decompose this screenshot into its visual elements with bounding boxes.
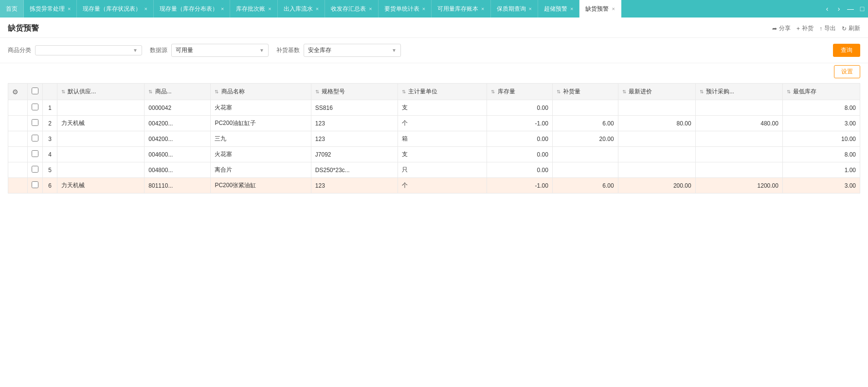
close-icon[interactable]: × xyxy=(268,6,271,12)
table-row: 5 004800... 离合片 DS250*23c... 只 0.00 1.00 xyxy=(8,162,860,178)
replenish-base-value: 安全库存 xyxy=(308,46,388,54)
replenish-button[interactable]: + 补货 xyxy=(796,24,814,33)
tab-batch-account[interactable]: 库存批次账 × xyxy=(230,0,277,18)
row-latest-price xyxy=(618,162,695,178)
row-product-code: 801110... xyxy=(145,178,211,194)
close-icon[interactable]: × xyxy=(68,6,71,12)
setting-button[interactable]: 设置 xyxy=(834,65,860,78)
row-product-code: 004200... xyxy=(145,116,211,131)
query-button[interactable]: 查询 xyxy=(833,44,860,57)
row-unit: 个 xyxy=(398,178,487,194)
col-product-name[interactable]: ⇅ 商品名称 xyxy=(211,84,311,100)
row-product-code: 0000042 xyxy=(145,100,211,116)
row-checkbox[interactable] xyxy=(32,135,38,141)
col-product-code[interactable]: ⇅ 商品... xyxy=(145,84,211,100)
close-icon[interactable]: × xyxy=(144,6,147,12)
col-default-supplier[interactable]: ⇅ 默认供应... xyxy=(57,84,145,100)
col-latest-price[interactable]: ⇅ 最新进价 xyxy=(618,84,695,100)
col-settings[interactable]: ⚙ xyxy=(8,84,28,100)
row-min-stock: 3.00 xyxy=(782,116,860,131)
maximize-button[interactable]: □ xyxy=(856,5,868,13)
tab-expiry-query[interactable]: 保质期查询 × xyxy=(491,0,538,18)
close-icon[interactable]: × xyxy=(570,6,573,12)
col-replenish-qty[interactable]: ⇅ 补货量 xyxy=(552,84,618,100)
tab-label: 拣货异常处理 xyxy=(30,5,65,13)
close-icon[interactable]: × xyxy=(529,6,532,12)
row-checkbox[interactable] xyxy=(32,104,38,110)
row-supplier xyxy=(57,162,145,178)
refresh-button[interactable]: ↻ 刷新 xyxy=(842,24,860,33)
data-source-select[interactable]: 可用量 ▼ xyxy=(171,44,269,57)
sort-icon: ⇅ xyxy=(402,89,406,94)
row-supplier xyxy=(57,131,145,147)
row-unit: 支 xyxy=(398,147,487,162)
row-checkbox-cell xyxy=(28,131,43,147)
row-checkbox[interactable] xyxy=(32,166,38,173)
row-replenish-qty: 6.00 xyxy=(552,116,618,131)
row-product-name: 火花塞 xyxy=(211,100,311,116)
tab-inout-flow[interactable]: 出入库流水 × xyxy=(278,0,325,18)
row-stock: 0.00 xyxy=(487,100,553,116)
row-checkbox-cell xyxy=(28,116,43,131)
tab-current-stock-dist[interactable]: 现存量（库存分布表） × xyxy=(154,0,230,18)
row-unit: 箱 xyxy=(398,131,487,147)
tab-overstock-warning[interactable]: 超储预警 × xyxy=(538,0,579,18)
close-icon[interactable]: × xyxy=(369,6,372,12)
tab-bar: 首页 拣货异常处理 × 现存量（库存状况表） × 现存量（库存分布表） × 库存… xyxy=(0,0,868,18)
tab-next-button[interactable]: › xyxy=(833,5,845,13)
row-spec: 123 xyxy=(311,116,398,131)
row-index: 5 xyxy=(43,162,57,178)
row-est-purchase xyxy=(695,162,782,178)
row-settings xyxy=(8,162,28,178)
data-table: ⚙ ⇅ 默认供应... ⇅ 商品... ⇅ xyxy=(8,83,860,194)
close-icon[interactable]: × xyxy=(612,6,615,12)
tab-picking-exception[interactable]: 拣货异常处理 × xyxy=(24,0,77,18)
tab-label: 现存量（库存状况表） xyxy=(83,5,141,13)
row-settings xyxy=(8,147,28,162)
row-replenish-qty xyxy=(552,147,618,162)
row-checkbox[interactable] xyxy=(32,181,38,188)
close-icon[interactable]: × xyxy=(481,6,484,12)
col-min-stock[interactable]: ⇅ 最低库存 xyxy=(782,84,860,100)
replenish-base-filter: 补货基数 安全库存 ▼ xyxy=(276,44,401,57)
row-replenish-qty: 20.00 xyxy=(552,131,618,147)
tab-available-ledger[interactable]: 可用量库存账本 × xyxy=(432,0,490,18)
row-supplier: 力天机械 xyxy=(57,178,145,194)
col-unit[interactable]: ⇅ 主计量单位 xyxy=(398,84,487,100)
row-product-code: 004200... xyxy=(145,131,211,147)
tab-current-stock-status[interactable]: 现存量（库存状况表） × xyxy=(77,0,153,18)
row-checkbox[interactable] xyxy=(32,150,38,157)
tab-receive-summary[interactable]: 收发存汇总表 × xyxy=(325,0,378,18)
tab-label: 出入库流水 xyxy=(284,5,313,13)
tab-shortage-warning[interactable]: 缺货预警 × xyxy=(579,0,621,18)
row-checkbox[interactable] xyxy=(32,119,38,126)
tab-label: 缺货预警 xyxy=(585,5,609,13)
row-min-stock: 3.00 xyxy=(782,178,860,194)
col-est-purchase[interactable]: ⇅ 预计采购... xyxy=(695,84,782,100)
export-button[interactable]: ↑ 导出 xyxy=(819,24,836,33)
row-product-name: PC200张紧油缸 xyxy=(211,178,311,194)
gear-icon[interactable]: ⚙ xyxy=(12,88,18,96)
row-settings xyxy=(8,131,28,147)
close-icon[interactable]: × xyxy=(221,6,224,12)
select-all-checkbox[interactable] xyxy=(32,88,38,94)
row-checkbox-cell xyxy=(28,100,43,116)
close-icon[interactable]: × xyxy=(316,6,319,12)
close-icon[interactable]: × xyxy=(422,6,425,12)
col-stock[interactable]: ⇅ 库存量 xyxy=(487,84,553,100)
sort-icon: ⇅ xyxy=(622,89,626,94)
minimize-button[interactable]: — xyxy=(845,5,856,13)
sort-icon: ⇅ xyxy=(215,89,218,94)
share-button[interactable]: ➦ 分享 xyxy=(772,24,791,33)
product-category-select[interactable]: ▼ xyxy=(35,45,142,55)
tab-home[interactable]: 首页 xyxy=(0,0,24,18)
replenish-base-select[interactable]: 安全库存 ▼ xyxy=(304,44,401,57)
row-min-stock: 1.00 xyxy=(782,162,860,178)
table-row: 6 力天机械 801110... PC200张紧油缸 123 个 -1.00 6… xyxy=(8,178,860,194)
tab-requisition-stats[interactable]: 要货单统计表 × xyxy=(379,0,432,18)
export-icon: ↑ xyxy=(819,25,822,32)
row-settings xyxy=(8,178,28,194)
tab-prev-button[interactable]: ‹ xyxy=(821,5,833,13)
col-spec[interactable]: ⇅ 规格型号 xyxy=(311,84,398,100)
product-category-label: 商品分类 xyxy=(8,46,31,54)
